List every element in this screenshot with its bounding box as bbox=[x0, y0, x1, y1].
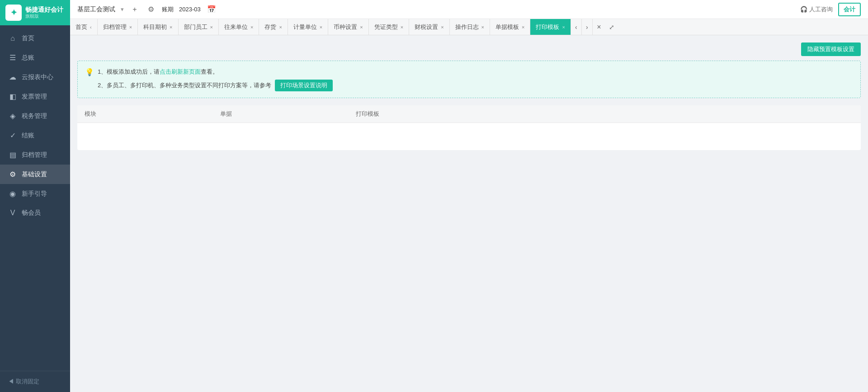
col-receipt: 单据 bbox=[213, 105, 349, 123]
sidebar-label-ledger: 总账 bbox=[22, 54, 34, 62]
sidebar-item-tax[interactable]: ◈ 税务管理 bbox=[0, 106, 70, 126]
main-area: 基层工会测试 ▾ + ⚙ 账期 2023-03 📅 🎧 人工咨询 会计 首页 ‹… bbox=[70, 0, 868, 392]
sidebar-label-member: 畅会员 bbox=[22, 209, 41, 217]
calendar-icon[interactable]: 📅 bbox=[206, 4, 217, 15]
sidebar-label-archive: 归档管理 bbox=[22, 151, 47, 159]
tab-supplier-close[interactable]: × bbox=[250, 24, 253, 30]
sidebar-item-member[interactable]: V 畅会员 bbox=[0, 203, 70, 222]
close-all-tabs-button[interactable]: × bbox=[593, 19, 605, 35]
tabbar: 首页 ‹ 归档管理 × 科目期初 × 部门员工 × 往来单位 × 存货 × 计量… bbox=[70, 19, 868, 35]
action-bar: 隐藏预置模板设置 bbox=[77, 43, 861, 56]
tab-archive-close[interactable]: × bbox=[129, 24, 132, 30]
table-header: 模块 单据 打印模板 bbox=[77, 105, 861, 123]
tab-supplier[interactable]: 往来单位 × bbox=[219, 19, 259, 35]
tab-currency-label: 币种设置 bbox=[334, 23, 357, 31]
info-row-1: 💡 1、模板添加成功后，请点击刷新新页面查看。 bbox=[85, 67, 853, 77]
sidebar-item-checkout[interactable]: ✓ 结账 bbox=[0, 126, 70, 145]
service-label: 人工咨询 bbox=[809, 5, 833, 14]
tab-voucher-label: 凭证类型 bbox=[374, 23, 398, 31]
tab-receipt[interactable]: 单据模板 × bbox=[490, 19, 530, 35]
tab-home-nav-icon: ‹ bbox=[90, 24, 92, 30]
sidebar-item-invoice[interactable]: ◧ 发票管理 bbox=[0, 87, 70, 106]
tab-taxsetting-close[interactable]: × bbox=[441, 24, 443, 30]
sidebar-item-reports[interactable]: ☁ 云报表中心 bbox=[0, 67, 70, 87]
info-text-2: 2、多员工、多打印机、多种业务类型设置不同打印方案等，请参考 打印场景设置说明 bbox=[98, 80, 333, 91]
company-name: 基层工会测试 bbox=[77, 5, 115, 14]
sidebar-label-checkout: 结账 bbox=[22, 132, 34, 140]
tab-print[interactable]: 打印模板 × bbox=[530, 19, 571, 35]
data-table: 模块 单据 打印模板 bbox=[77, 105, 861, 150]
tab-next-button[interactable]: › bbox=[582, 19, 593, 35]
tab-dept-close[interactable]: × bbox=[210, 24, 213, 30]
service-button[interactable]: 🎧 人工咨询 bbox=[800, 5, 833, 14]
tab-subject-close[interactable]: × bbox=[170, 24, 172, 30]
topbar-right: 🎧 人工咨询 会计 bbox=[800, 3, 861, 16]
tab-inventory-close[interactable]: × bbox=[279, 24, 282, 30]
tab-voucher[interactable]: 凭证类型 × bbox=[369, 19, 409, 35]
tab-currency[interactable]: 币种设置 × bbox=[328, 19, 368, 35]
info-text-1: 1、模板添加成功后，请点击刷新新页面查看。 bbox=[98, 67, 218, 77]
add-tab-button[interactable]: + bbox=[129, 4, 140, 15]
col-print-template: 打印模板 bbox=[349, 105, 861, 123]
tab-print-label: 打印模板 bbox=[536, 23, 559, 31]
col-module: 模块 bbox=[77, 105, 213, 123]
tab-voucher-close[interactable]: × bbox=[401, 24, 403, 30]
explain-button[interactable]: 打印场景设置说明 bbox=[275, 80, 333, 91]
info-box: 💡 1、模板添加成功后，请点击刷新新页面查看。 💡 2、多员工、多打印机、多种业… bbox=[77, 61, 861, 98]
content-area: 隐藏预置模板设置 💡 1、模板添加成功后，请点击刷新新页面查看。 💡 2、多员工… bbox=[70, 35, 868, 392]
tab-unit[interactable]: 计量单位 × bbox=[288, 19, 328, 35]
tab-prev-button[interactable]: ‹ bbox=[571, 19, 582, 35]
info-row-2: 💡 2、多员工、多打印机、多种业务类型设置不同打印方案等，请参考 打印场景设置说… bbox=[85, 80, 853, 91]
headset-icon: 🎧 bbox=[800, 6, 807, 13]
accounting-button[interactable]: 会计 bbox=[838, 3, 861, 16]
tab-oplog[interactable]: 操作日志 × bbox=[450, 19, 490, 35]
table-body bbox=[77, 123, 861, 150]
logo-icon: ✦ bbox=[5, 5, 22, 21]
period-value: 2023-03 bbox=[179, 6, 201, 13]
tab-dept[interactable]: 部门员工 × bbox=[179, 19, 219, 35]
app-name: 畅捷通好会计 bbox=[25, 6, 63, 14]
tab-print-close[interactable]: × bbox=[562, 24, 565, 30]
topbar: 基层工会测试 ▾ + ⚙ 账期 2023-03 📅 🎧 人工咨询 会计 bbox=[70, 0, 868, 19]
tab-inventory[interactable]: 存货 × bbox=[259, 19, 288, 35]
settings-icon: ⚙ bbox=[8, 170, 17, 179]
expand-button[interactable]: ⤢ bbox=[605, 19, 618, 35]
period-label: 账期 bbox=[162, 5, 174, 14]
ledger-icon: ☰ bbox=[8, 53, 17, 62]
tab-home[interactable]: 首页 ‹ bbox=[70, 19, 98, 35]
sidebar-label-home: 首页 bbox=[22, 34, 34, 43]
tab-archive-label: 归档管理 bbox=[103, 23, 127, 31]
sidebar-nav: ⌂ 首页 ☰ 总账 ☁ 云报表中心 ◧ 发票管理 ◈ 税务管理 ✓ 结账 ▤ 归… bbox=[0, 25, 70, 371]
checkout-icon: ✓ bbox=[8, 131, 17, 140]
sidebar-item-ledger[interactable]: ☰ 总账 bbox=[0, 48, 70, 67]
tab-oplog-label: 操作日志 bbox=[455, 23, 479, 31]
unpin-button[interactable]: ◀ 取消固定 bbox=[0, 371, 70, 392]
tab-archive[interactable]: 归档管理 × bbox=[98, 19, 138, 35]
hide-template-button[interactable]: 隐藏预置模板设置 bbox=[801, 43, 861, 56]
company-dropdown-icon[interactable]: ▾ bbox=[121, 6, 124, 13]
unpin-label: ◀ 取消固定 bbox=[8, 378, 39, 386]
sidebar-item-home[interactable]: ⌂ 首页 bbox=[0, 29, 70, 48]
app-logo: ✦ 畅捷通好会计 旗舰版 bbox=[0, 0, 70, 25]
tab-receipt-label: 单据模板 bbox=[495, 23, 519, 31]
tab-subject-label: 科目期初 bbox=[143, 23, 167, 31]
tab-taxsetting[interactable]: 财税设置 × bbox=[409, 19, 449, 35]
archive-icon: ▤ bbox=[8, 151, 17, 159]
sidebar-label-reports: 云报表中心 bbox=[22, 73, 53, 81]
sidebar: ✦ 畅捷通好会计 旗舰版 ⌂ 首页 ☰ 总账 ☁ 云报表中心 ◧ 发票管理 ◈ … bbox=[0, 0, 70, 392]
tab-oplog-close[interactable]: × bbox=[481, 24, 484, 30]
tab-receipt-close[interactable]: × bbox=[522, 24, 524, 30]
tab-subject[interactable]: 科目期初 × bbox=[138, 19, 178, 35]
sidebar-item-settings[interactable]: ⚙ 基础设置 bbox=[0, 165, 70, 184]
accounting-label: 会计 bbox=[844, 6, 855, 13]
tab-dept-label: 部门员工 bbox=[184, 23, 208, 31]
settings-gear-icon[interactable]: ⚙ bbox=[146, 4, 156, 15]
tab-currency-close[interactable]: × bbox=[360, 24, 363, 30]
refresh-link[interactable]: 点击刷新新页面 bbox=[160, 68, 201, 75]
cloud-icon: ☁ bbox=[8, 73, 17, 81]
tab-unit-close[interactable]: × bbox=[320, 24, 322, 30]
bulb-icon: 💡 bbox=[85, 68, 94, 76]
sidebar-item-archive[interactable]: ▤ 归档管理 bbox=[0, 145, 70, 165]
invoice-icon: ◧ bbox=[8, 92, 17, 101]
sidebar-item-guide[interactable]: ◉ 新手引导 bbox=[0, 184, 70, 203]
